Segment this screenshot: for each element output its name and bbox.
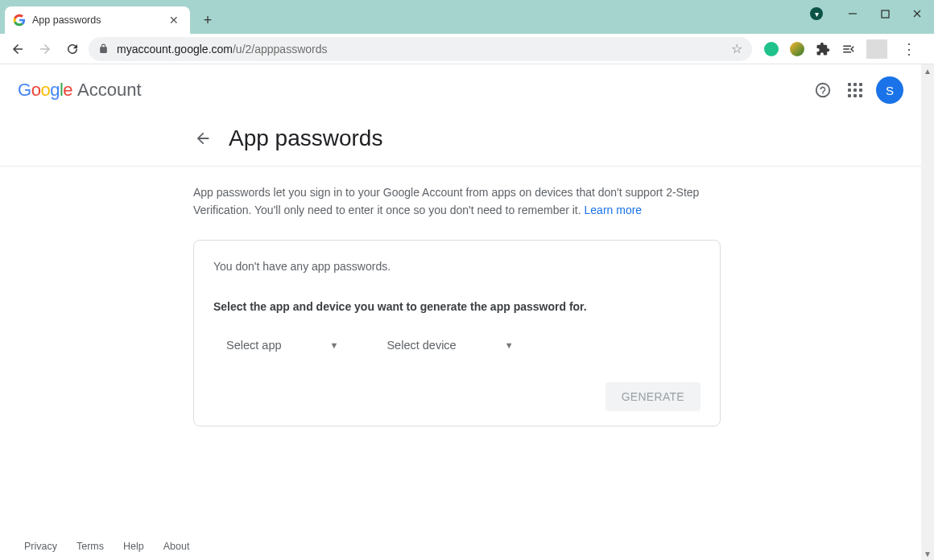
- google-favicon: [13, 14, 26, 27]
- window-minimize-button[interactable]: [839, 2, 866, 25]
- close-tab-icon[interactable]: ✕: [166, 12, 182, 28]
- chevron-down-icon: ▼: [330, 340, 339, 350]
- select-app-label: Select app: [226, 339, 282, 352]
- nav-forward-button[interactable]: [34, 38, 56, 60]
- select-device-label: Select device: [386, 339, 456, 352]
- learn-more-link[interactable]: Learn more: [585, 204, 643, 216]
- lock-icon: [98, 43, 109, 54]
- generate-button[interactable]: GENERATE: [605, 382, 700, 411]
- browser-tab-active[interactable]: App passwords ✕: [5, 6, 190, 34]
- title-row: App passwords: [0, 116, 921, 166]
- scroll-down-icon[interactable]: ▼: [921, 547, 934, 560]
- account-avatar[interactable]: S: [876, 76, 903, 104]
- vertical-scrollbar[interactable]: ▲ ▼: [921, 64, 934, 560]
- select-prompt: Select the app and device you want to ge…: [213, 300, 700, 313]
- page-title: App passwords: [229, 126, 382, 151]
- extensions-puzzle-icon[interactable]: [815, 41, 831, 57]
- page-content: Google Account S App passwords App passw…: [0, 64, 921, 560]
- browser-toolbar: myaccount.google.com/u/2/apppasswords ☆ …: [0, 34, 934, 64]
- page-back-button[interactable]: [193, 129, 213, 148]
- incognito-indicator-icon: ▾: [810, 7, 823, 20]
- chrome-menu-button[interactable]: ⋮: [897, 40, 921, 58]
- select-device-dropdown[interactable]: Select device ▼: [385, 336, 515, 355]
- url-text: myaccount.google.com/u/2/apppasswords: [117, 43, 723, 56]
- google-account-logo[interactable]: Google Account: [18, 80, 142, 101]
- footer-terms-link[interactable]: Terms: [76, 541, 104, 552]
- app-passwords-card: You don't have any app passwords. Select…: [193, 240, 721, 426]
- address-bar[interactable]: myaccount.google.com/u/2/apppasswords ☆: [89, 37, 752, 61]
- extension-icons: ⋮: [757, 39, 928, 59]
- window-controls: ▾: [810, 0, 931, 27]
- profile-chip[interactable]: [866, 39, 887, 59]
- tab-title: App passwords: [32, 14, 159, 26]
- select-app-dropdown[interactable]: Select app ▼: [225, 336, 340, 355]
- footer-help-link[interactable]: Help: [123, 541, 144, 552]
- intro-text: App passwords let you sign in to your Go…: [193, 184, 721, 219]
- page-footer: Privacy Terms Help About: [0, 541, 189, 552]
- account-header: Google Account S: [0, 64, 921, 116]
- main-column: App passwords let you sign in to your Go…: [193, 167, 721, 426]
- nav-back-button[interactable]: [6, 38, 29, 60]
- new-tab-button[interactable]: +: [196, 9, 219, 31]
- extension-icon-3[interactable]: [841, 41, 857, 57]
- scroll-up-icon[interactable]: ▲: [921, 64, 934, 77]
- browser-tab-strip: App passwords ✕ + ▾: [0, 0, 934, 34]
- help-icon[interactable]: [807, 74, 839, 106]
- reload-button[interactable]: [61, 38, 84, 60]
- extension-icon-1[interactable]: [763, 41, 779, 57]
- apps-grid-icon[interactable]: [839, 74, 871, 106]
- chevron-down-icon: ▼: [505, 340, 514, 350]
- footer-about-link[interactable]: About: [163, 541, 190, 552]
- window-close-button[interactable]: [903, 2, 931, 25]
- footer-privacy-link[interactable]: Privacy: [24, 541, 57, 552]
- window-maximize-button[interactable]: [871, 2, 899, 25]
- empty-state-text: You don't have any app passwords.: [213, 260, 700, 273]
- bookmark-star-icon[interactable]: ☆: [731, 41, 742, 56]
- svg-rect-1: [882, 10, 889, 18]
- extension-icon-2[interactable]: [789, 41, 805, 57]
